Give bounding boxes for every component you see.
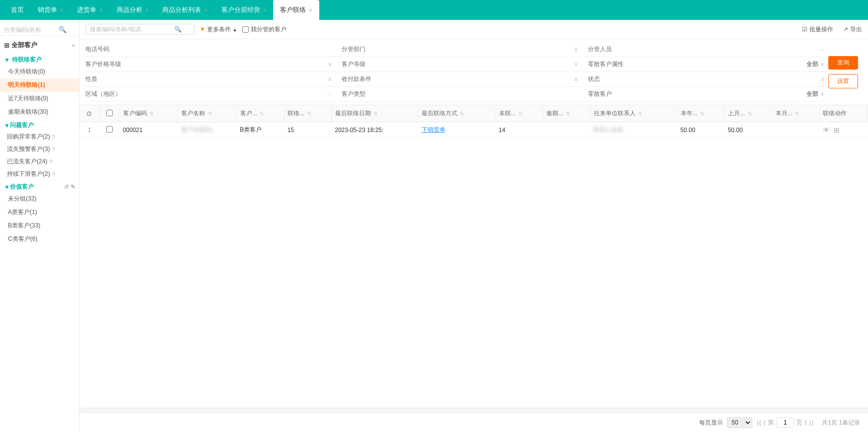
nav-product-analysis[interactable]: 商品分析 × [110,0,155,20]
sort-icon[interactable]: ⇅ [748,111,752,116]
sort-icon[interactable]: ⇅ [460,111,464,116]
sidebar-item-label: 已流失客户(24) [7,157,47,166]
row-last-month: 50.00 [725,122,773,138]
query-button[interactable]: 查询 [828,56,858,70]
eye-icon[interactable]: 👁 [823,126,830,134]
col-unlinked-label: 未联... [499,110,516,117]
sort-icon[interactable]: ⇅ [373,111,377,116]
chevron-down-icon: ∨ [820,91,824,97]
filter-customer-type-label: 客户类型 [342,90,369,98]
sidebar-item-class-c[interactable]: C类客户(6) [0,232,79,246]
edit-icon[interactable]: ✎ [71,184,75,190]
sidebar-item-today[interactable]: 今天待联络(0) [0,65,79,78]
last-page-icon[interactable]: ⟩⟩ [809,419,814,427]
sidebar-item-lost[interactable]: 已流失客户(24) ? [0,155,79,168]
sidebar-value-label: 价值客户 [10,183,34,191]
setting-button[interactable]: 设置 [828,74,858,88]
col-last-method: 最后联络方式 ⇅ [419,105,496,122]
settings-icon[interactable]: ⚙ [86,110,92,118]
close-icon[interactable]: × [60,7,63,13]
prev-page-icon[interactable]: ⟨ [763,419,766,427]
close-icon[interactable]: × [204,7,207,13]
nav-customer-contact[interactable]: 客户联络 × [273,0,319,20]
search-icon[interactable]: 🔍 [174,26,182,33]
page-total: 共1页 1条记录 [822,419,860,427]
dots-icon[interactable]: ··· [327,91,332,98]
chevron-down-icon: ∨ [328,76,332,82]
sidebar-item-loss-warning[interactable]: 流失预警客户(3) ? [0,143,79,155]
row-select-checkbox[interactable] [106,126,113,133]
sort-icon[interactable]: ⇅ [566,111,570,116]
nav-sales-order[interactable]: 销货单 × [31,0,70,20]
col-last-month-label: 上月... [728,110,745,117]
export-button[interactable]: ↗ 导出 [843,25,862,34]
sidebar-search-area: 🔍 [0,24,79,36]
scattered-attr-value-text: 全部 [806,60,818,69]
filter-price-level-label: 客户价格等级 [85,60,121,69]
my-customer-checkbox[interactable]: 我分管的客户 [242,25,287,34]
refresh-icon[interactable]: ↺ [64,184,69,190]
question-icon[interactable]: ? [52,171,55,177]
col-unlinked: 未联... ⇅ [496,105,543,122]
chevron-down-icon: ∨ [574,76,578,82]
sidebar-item-ungrouped[interactable]: 未分组(32) [0,192,79,206]
sort-icon[interactable]: ⇅ [518,111,522,116]
sort-icon[interactable]: ⇅ [260,111,264,116]
row-checkbox [99,122,120,138]
sidebar-item-tomorrow[interactable]: 明天待联络(1) [0,78,79,92]
col-settings: ⚙ [79,105,99,122]
first-page-icon[interactable]: ⟨⟨ [756,419,761,427]
sort-icon[interactable]: ⇅ [208,111,212,116]
nav-product-analysis-list[interactable]: 商品分析列表 × [155,0,214,20]
filter-scattered-attr-label: 零散客户属性 [588,60,624,69]
per-page-select[interactable]: 50 20 100 [727,417,752,428]
last-method-link[interactable]: 下销货单 [422,126,445,133]
select-all-checkbox[interactable] [106,110,113,116]
sort-icon[interactable]: ⇅ [700,111,704,116]
page-suffix: 页 [796,418,802,427]
sidebar-pending-group: ▼ 待联络客户 [0,53,79,65]
grid-icon: ⊞ [4,42,9,49]
sidebar-item-class-b[interactable]: B类客户(33) [0,219,79,232]
filter-dept-value: ∨ [373,46,578,53]
nav-customer-segment[interactable]: 客户分层经营 × [215,0,273,20]
question-icon[interactable]: ? [52,134,55,140]
sort-icon[interactable]: ⇅ [307,111,311,116]
sort-icon[interactable]: ⇅ [638,111,642,116]
sidebar-item-repurchase-abnormal[interactable]: 回购异常客户(2) ? [0,131,79,143]
sidebar-item-class-a[interactable]: A类客户(1) [0,206,79,219]
sidebar-all-label: 全部客户 [11,41,37,50]
question-icon[interactable]: ? [52,146,55,152]
table-scroll-area[interactable]: ⚙ 客户编码 ⇅ 客户名称 ⇅ [79,105,868,408]
sidebar-item-overdue[interactable]: 逾期未联络(30) [0,105,79,119]
horizontal-scrollbar[interactable] [79,408,868,413]
more-filter-button[interactable]: ▼ 更多条件 ▲ [200,25,237,34]
sidebar-search-input[interactable] [4,26,59,33]
nav-purchase-order[interactable]: 进货单 × [70,0,109,20]
close-icon[interactable]: × [99,7,102,13]
filter-customer-level-value: ∨ [373,61,578,68]
batch-ops-button[interactable]: ☑ 批量操作 [802,25,833,34]
sort-icon[interactable]: ⇅ [795,111,799,116]
sidebar-all-customers[interactable]: ⊞ 全部客户 « [0,38,79,53]
filter-payment-value: ∨ [375,76,578,82]
collapse-icon[interactable]: « [72,42,75,48]
main-search-input[interactable] [90,26,174,33]
sort-icon[interactable]: ⇅ [149,111,153,116]
question-icon[interactable]: ? [49,159,52,165]
col-actions: 联络动作 [820,105,868,122]
next-page-icon[interactable]: ⟩ [804,419,807,427]
grid-action-icon[interactable]: ⊞ [834,126,840,134]
filter-customer-level-label: 客户等级 [342,60,369,69]
sidebar-item-declining[interactable]: 持续下滑客户(2) ? [0,168,79,180]
sidebar-search-icon[interactable]: 🔍 [59,26,67,33]
close-icon[interactable]: × [145,7,148,13]
close-icon[interactable]: × [263,7,266,13]
page-number-input[interactable] [776,418,794,428]
row-overdue [543,122,591,138]
sidebar-item-7days[interactable]: 近7天待联络(0) [0,92,79,105]
my-customer-check[interactable] [242,26,249,33]
close-icon[interactable]: × [309,7,312,13]
dots-icon[interactable]: ··· [819,46,824,53]
nav-home[interactable]: 首页 [4,0,31,20]
